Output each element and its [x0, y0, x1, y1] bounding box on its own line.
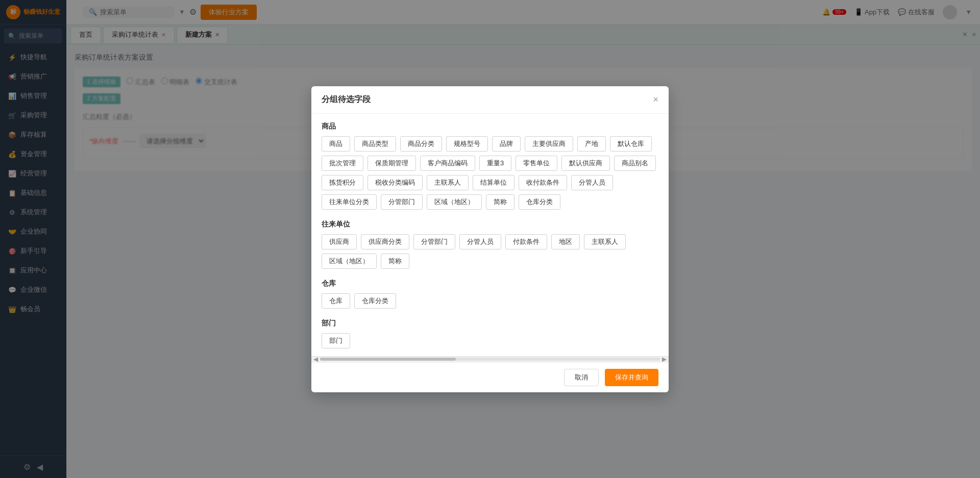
hscroll-thumb[interactable]: [320, 358, 456, 361]
section-product-title: 商品: [322, 122, 658, 131]
field-tag-pick-score[interactable]: 拣货积分: [322, 175, 363, 190]
field-tag-supplier[interactable]: 供应商: [322, 234, 357, 249]
section-dept-title: 部门: [322, 319, 658, 328]
cancel-button[interactable]: 取消: [564, 369, 599, 386]
field-tag-main-contact[interactable]: 主联系人: [427, 175, 469, 190]
field-tag-warehouse-cat[interactable]: 仓库分类: [354, 293, 396, 309]
field-tag-settlement-unit[interactable]: 结算单位: [473, 175, 514, 190]
field-tag-partner-category[interactable]: 往来单位分类: [322, 194, 377, 210]
field-tag-short-name2[interactable]: 简称: [381, 254, 409, 269]
field-tag-product-type[interactable]: 商品类型: [354, 136, 396, 152]
hscroll-track: [320, 358, 660, 361]
modal-body: 商品 商品 商品类型 商品分类 规格型号 品牌 主要供应商 产地 默认仓库 批次…: [311, 114, 669, 356]
field-tag-dept2[interactable]: 分管部门: [413, 234, 455, 249]
field-tag-product-category[interactable]: 商品分类: [400, 136, 442, 152]
section-warehouse-title: 仓库: [322, 279, 658, 288]
section-partner-title: 往来单位: [322, 220, 658, 229]
field-tag-customer-code[interactable]: 客户商品编码: [420, 156, 475, 171]
field-tag-supplier-category[interactable]: 供应商分类: [361, 234, 409, 249]
save-query-button[interactable]: 保存并查询: [605, 369, 658, 386]
field-tag-warehouse[interactable]: 仓库: [322, 293, 350, 309]
field-tag-tax-code[interactable]: 税收分类编码: [368, 175, 423, 190]
field-tag-department[interactable]: 部门: [322, 333, 350, 348]
modal-overlay: 分组待选字段 × 商品 商品 商品类型 商品分类 规格型号 品牌 主要供应商 产…: [0, 0, 980, 478]
field-tag-warehouse-category[interactable]: 仓库分类: [519, 194, 560, 210]
section-warehouse: 仓库 仓库 仓库分类: [322, 279, 658, 309]
modal-title: 分组待选字段: [322, 94, 371, 105]
field-tag-spec-model[interactable]: 规格型号: [446, 136, 488, 152]
modal-footer: 取消 保存并查询: [311, 362, 669, 392]
field-tag-alias[interactable]: 商品别名: [614, 156, 656, 171]
field-tag-manager2[interactable]: 分管人员: [459, 234, 501, 249]
field-tag-product[interactable]: 商品: [322, 136, 350, 152]
field-tag-dept[interactable]: 分管部门: [381, 194, 423, 210]
field-tag-main-contact2[interactable]: 主联系人: [584, 234, 626, 249]
field-tag-region2[interactable]: 区域（地区）: [322, 254, 377, 269]
field-tag-default-supplier[interactable]: 默认供应商: [561, 156, 610, 171]
field-tag-area[interactable]: 地区: [551, 234, 580, 249]
field-tag-manager[interactable]: 分管人员: [571, 175, 613, 190]
field-tag-shelf-life[interactable]: 保质期管理: [368, 156, 416, 171]
field-tag-default-warehouse[interactable]: 默认仓库: [610, 136, 652, 152]
field-tag-payment-cond[interactable]: 付款条件: [505, 234, 547, 249]
field-tag-brand[interactable]: 品牌: [492, 136, 521, 152]
section-partner: 往来单位 供应商 供应商分类 分管部门 分管人员 付款条件 地区 主联系人 区域…: [322, 220, 658, 269]
modal-dialog: 分组待选字段 × 商品 商品 商品类型 商品分类 规格型号 品牌 主要供应商 产…: [311, 86, 669, 392]
field-tag-short-name[interactable]: 简称: [486, 194, 514, 210]
field-tag-region[interactable]: 区域（地区）: [427, 194, 482, 210]
field-tag-weight[interactable]: 重量3: [479, 156, 511, 171]
modal-header: 分组待选字段 ×: [311, 86, 669, 114]
product-tags: 商品 商品类型 商品分类 规格型号 品牌 主要供应商 产地 默认仓库 批次管理 …: [322, 136, 658, 210]
field-tag-payment-terms[interactable]: 收付款条件: [519, 175, 567, 190]
field-tag-main-supplier[interactable]: 主要供应商: [525, 136, 573, 152]
modal-hscrollbar[interactable]: ◀ ▶: [311, 356, 669, 362]
section-dept: 部门 部门: [322, 319, 658, 348]
section-product: 商品 商品 商品类型 商品分类 规格型号 品牌 主要供应商 产地 默认仓库 批次…: [322, 122, 658, 210]
field-tag-origin[interactable]: 产地: [577, 136, 606, 152]
field-tag-batch-mgmt[interactable]: 批次管理: [322, 156, 363, 171]
dept-tags: 部门: [322, 333, 658, 348]
modal-close-btn[interactable]: ×: [653, 94, 658, 105]
warehouse-tags: 仓库 仓库分类: [322, 293, 658, 309]
partner-tags: 供应商 供应商分类 分管部门 分管人员 付款条件 地区 主联系人 区域（地区） …: [322, 234, 658, 269]
field-tag-retail-unit[interactable]: 零售单位: [516, 156, 557, 171]
